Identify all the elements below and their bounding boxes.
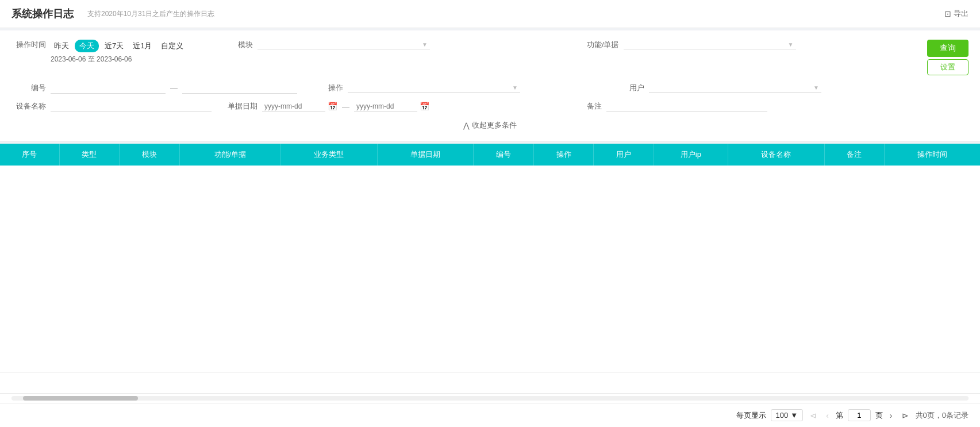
time-options: 昨天 今天 近7天 近1月 自定义: [51, 40, 187, 52]
settings-button[interactable]: 设置: [927, 59, 969, 75]
time-btn-7days[interactable]: 近7天: [101, 40, 127, 52]
date-label: 单据日期: [223, 101, 258, 111]
col-module: 模块: [120, 144, 179, 166]
page-unit: 页: [875, 410, 883, 421]
time-range: 2023-06-06 至 2023-06-06: [51, 55, 187, 64]
page-container: 系统操作日志 支持2020年10月31日之后产生的操作日志 ⊡ 导出 操作时间 …: [0, 0, 980, 427]
user-filter: 用户 ▼: [598, 83, 900, 93]
page-number-input[interactable]: [848, 409, 871, 421]
col-remark: 备注: [824, 144, 884, 166]
number-filter: 编号 —: [11, 82, 297, 94]
col-user: 用户: [594, 144, 654, 166]
per-page-select[interactable]: 100 ▼: [771, 409, 804, 421]
empty-cell: [0, 166, 980, 372]
col-biz-type: 业务类型: [281, 144, 378, 166]
date-from-input[interactable]: [262, 101, 325, 112]
page-header: 系统操作日志 支持2020年10月31日之后产生的操作日志 ⊡ 导出: [0, 0, 980, 28]
device-label: 设备名称: [11, 101, 46, 111]
export-icon: ⊡: [944, 9, 951, 18]
number-from-input[interactable]: [51, 82, 166, 94]
scrollbar-thumb[interactable]: [23, 396, 138, 401]
table-container: 序号 类型 模块 功能/单据 业务类型 单据日期 编号 操作 用户 用户ip 设…: [0, 144, 980, 393]
first-page-button[interactable]: ⊲: [808, 410, 819, 421]
scrollbar-track: [11, 396, 969, 401]
module-filter: 模块 ▼: [207, 40, 567, 50]
number-label: 编号: [11, 83, 46, 93]
function-chevron-icon: ▼: [788, 41, 794, 48]
per-page-label: 每页显示: [736, 410, 766, 421]
number-to-input[interactable]: [182, 82, 297, 94]
col-operation: 操作: [533, 144, 593, 166]
total-info: 共0页，0条记录: [916, 410, 969, 421]
operation-select[interactable]: ▼: [348, 83, 520, 93]
calendar-from-icon[interactable]: 📅: [328, 102, 337, 111]
col-type: 类型: [59, 144, 119, 166]
time-btn-today[interactable]: 今天: [75, 40, 99, 52]
module-select[interactable]: ▼: [258, 40, 430, 49]
export-button[interactable]: ⊡ 导出: [944, 9, 969, 19]
remark-filter: 备注: [556, 101, 900, 112]
col-function: 功能/单据: [179, 144, 280, 166]
col-device: 设备名称: [728, 144, 824, 166]
page-subtitle: 支持2020年10月31日之后产生的操作日志: [87, 9, 214, 19]
prev-page-button[interactable]: ‹: [824, 410, 831, 421]
last-page-button[interactable]: ⊳: [900, 410, 911, 421]
time-btn-yesterday[interactable]: 昨天: [51, 40, 72, 52]
time-label: 操作时间: [11, 40, 46, 50]
per-page-value: 100: [776, 411, 789, 420]
collapse-icon: ⋀: [463, 121, 470, 130]
module-label: 模块: [218, 40, 253, 50]
pagination-bar: 每页显示 100 ▼ ⊲ ‹ 第 页 › ⊳ 共0页，0条记录: [0, 403, 980, 427]
calendar-to-icon[interactable]: 📅: [420, 102, 429, 111]
operation-filter: 操作 ▼: [297, 83, 598, 93]
per-page-chevron-icon: ▼: [790, 411, 798, 420]
function-select[interactable]: ▼: [624, 40, 796, 49]
remark-label: 备注: [567, 101, 602, 111]
date-filter: 单据日期 📅 — 📅: [212, 101, 556, 112]
col-number: 编号: [474, 144, 533, 166]
action-buttons: 查询 设置: [927, 40, 969, 75]
col-user-ip: 用户ip: [654, 144, 728, 166]
collapse-button[interactable]: ⋀ 收起更多条件: [463, 120, 517, 130]
col-doc-date: 单据日期: [377, 144, 474, 166]
time-btn-1month[interactable]: 近1月: [129, 40, 155, 52]
filter-area: 操作时间 昨天 今天 近7天 近1月 自定义 2023-06-06 至 2023…: [0, 30, 980, 141]
query-button[interactable]: 查询: [927, 40, 969, 57]
function-filter: 功能/单据 ▼: [567, 40, 928, 50]
operation-chevron-icon: ▼: [512, 84, 518, 91]
time-btn-custom[interactable]: 自定义: [157, 40, 187, 52]
collapse-row: ⋀ 收起更多条件: [11, 117, 969, 132]
user-select[interactable]: ▼: [649, 83, 821, 93]
device-filter: 设备名称: [11, 101, 212, 112]
user-chevron-icon: ▼: [813, 84, 819, 91]
page-label: 第: [836, 410, 843, 421]
module-chevron-icon: ▼: [422, 41, 428, 48]
user-label: 用户: [610, 83, 644, 93]
next-page-button[interactable]: ›: [887, 410, 895, 421]
date-to-input[interactable]: [354, 101, 417, 112]
table-body: [0, 166, 980, 372]
number-dash: —: [170, 84, 178, 93]
scrollbar-area: [0, 393, 980, 403]
page-title: 系统操作日志: [11, 7, 74, 21]
table-header: 序号 类型 模块 功能/单据 业务类型 单据日期 编号 操作 用户 用户ip 设…: [0, 144, 980, 166]
device-input[interactable]: [51, 101, 212, 112]
operation-label: 操作: [309, 83, 343, 93]
remark-input[interactable]: [606, 101, 767, 112]
col-op-time: 操作时间: [884, 144, 980, 166]
data-table: 序号 类型 模块 功能/单据 业务类型 单据日期 编号 操作 用户 用户ip 设…: [0, 144, 980, 373]
date-separator: —: [342, 102, 349, 111]
col-index: 序号: [0, 144, 59, 166]
time-filter: 操作时间 昨天 今天 近7天 近1月 自定义 2023-06-06 至 2023…: [11, 40, 207, 64]
function-label: 功能/单据: [579, 40, 619, 50]
